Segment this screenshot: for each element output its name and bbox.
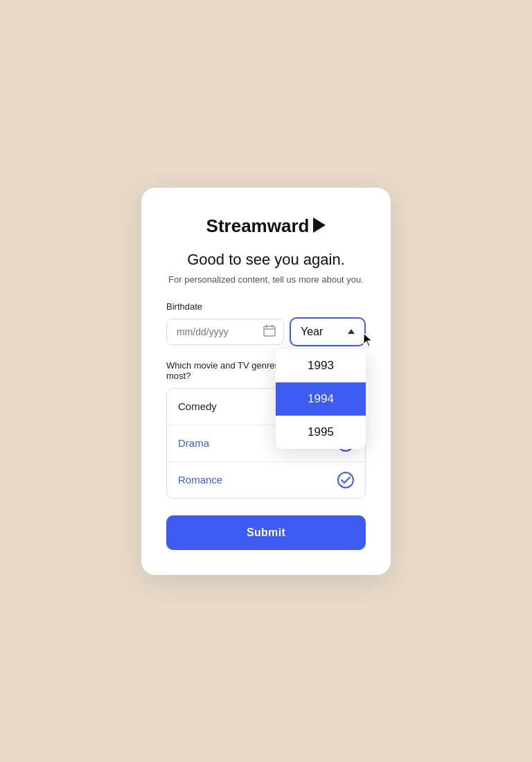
genre-name-comedy: Comedy: [178, 400, 217, 412]
play-icon: [313, 218, 326, 233]
year-trigger-label: Year: [301, 326, 323, 338]
year-dropdown-trigger[interactable]: Year: [290, 317, 366, 346]
logo: Streamward: [206, 215, 326, 237]
date-input[interactable]: [166, 319, 284, 345]
genre-name-romance: Romance: [178, 474, 222, 486]
year-item-1994[interactable]: 1994: [276, 382, 366, 416]
genre-check-romance: [337, 472, 354, 488]
page-subheading: For personalized content, tell us more a…: [166, 274, 366, 285]
submit-button[interactable]: Submit: [166, 515, 366, 550]
date-input-wrapper: [166, 319, 284, 345]
year-dropdown-menu: 1993 1994 1995: [276, 349, 366, 449]
logo-text-label: Streamward: [206, 215, 310, 237]
main-card: Streamward Good to see you again. For pe…: [141, 188, 391, 575]
genre-name-drama: Drama: [178, 437, 209, 449]
year-item-1995[interactable]: 1995: [276, 416, 366, 449]
genre-item-romance[interactable]: Romance: [167, 461, 365, 498]
year-dropdown-container: Year 1993 1994 1995: [290, 317, 366, 346]
chevron-up-icon: [348, 329, 355, 334]
year-item-1993[interactable]: 1993: [276, 349, 366, 382]
page-heading: Good to see you again.: [166, 251, 366, 269]
birthdate-row: Year 1993 1994 1995: [166, 317, 366, 346]
logo-area: Streamward: [166, 215, 366, 237]
birthdate-label: Birthdate: [166, 301, 366, 312]
